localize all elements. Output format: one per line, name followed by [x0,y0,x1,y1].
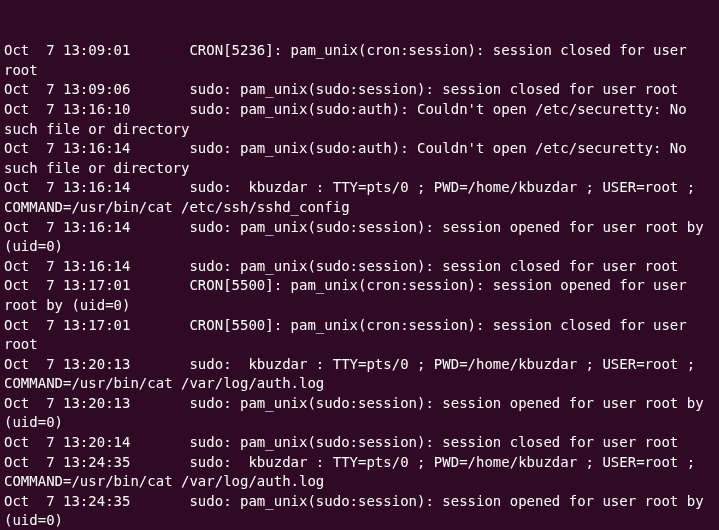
log-line: Oct 7 13:16:10 sudo: pam_unix(sudo:auth)… [4,100,715,139]
log-line: Oct 7 13:24:35 sudo: kbuzdar : TTY=pts/0… [4,453,715,492]
log-line: Oct 7 13:16:14 sudo: pam_unix(sudo:auth)… [4,139,715,178]
terminal-output[interactable]: Oct 7 13:09:01 CRON[5236]: pam_unix(cron… [4,2,715,530]
log-line: Oct 7 13:20:13 sudo: pam_unix(sudo:sessi… [4,394,715,433]
log-line: Oct 7 13:09:01 CRON[5236]: pam_unix(cron… [4,41,715,80]
log-line: Oct 7 13:20:14 sudo: pam_unix(sudo:sessi… [4,433,715,453]
log-line: Oct 7 13:16:14 sudo: kbuzdar : TTY=pts/0… [4,178,715,217]
log-line: Oct 7 13:17:01 CRON[5500]: pam_unix(cron… [4,316,715,355]
log-line: Oct 7 13:09:06 sudo: pam_unix(sudo:sessi… [4,80,715,100]
log-line: Oct 7 13:16:14 sudo: pam_unix(sudo:sessi… [4,257,715,277]
log-line: Oct 7 13:17:01 CRON[5500]: pam_unix(cron… [4,276,715,315]
log-lines-container: Oct 7 13:09:01 CRON[5236]: pam_unix(cron… [4,41,715,530]
log-line: Oct 7 13:20:13 sudo: kbuzdar : TTY=pts/0… [4,355,715,394]
log-line: Oct 7 13:24:35 sudo: pam_unix(sudo:sessi… [4,492,715,530]
log-line: Oct 7 13:16:14 sudo: pam_unix(sudo:sessi… [4,218,715,257]
